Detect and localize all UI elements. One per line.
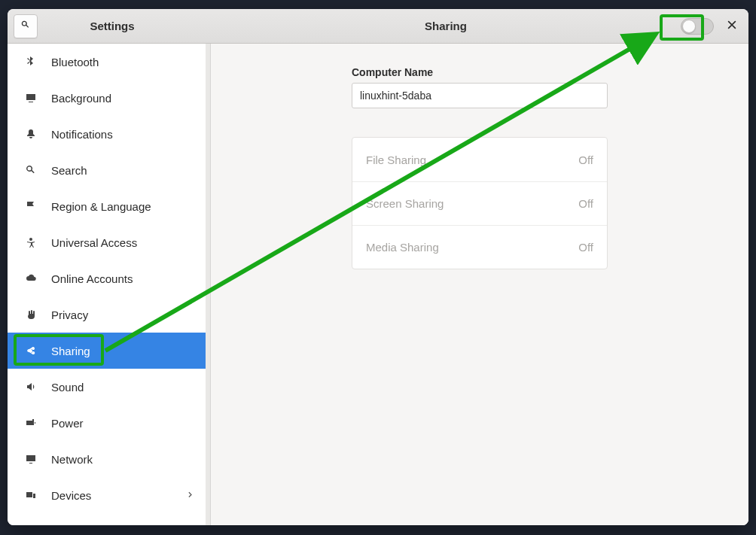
- settings-window: Settings Sharing BluetoothBackgroundNoti…: [8, 9, 748, 525]
- accessibility-icon: [24, 236, 38, 248]
- close-button[interactable]: [720, 14, 744, 38]
- sharing-option-label: File Sharing: [366, 154, 426, 166]
- sidebar-item-label: Sound: [51, 381, 197, 394]
- sidebar-item-background[interactable]: Background: [8, 80, 210, 116]
- desktop-icon: [24, 92, 38, 104]
- sidebar-item-label: Online Accounts: [51, 272, 197, 285]
- sidebar-item-power[interactable]: Power: [8, 405, 210, 441]
- sidebar-item-online-accounts[interactable]: Online Accounts: [8, 260, 210, 296]
- sidebar-item-sound[interactable]: Sound: [8, 369, 210, 405]
- sidebar-item-label: Universal Access: [51, 236, 197, 249]
- bluetooth-icon: [24, 56, 38, 68]
- sharing-option-status: Off: [578, 241, 593, 254]
- sidebar-item-label: Bluetooth: [51, 56, 197, 68]
- speaker-icon: [24, 381, 38, 393]
- sharing-option-label: Media Sharing: [366, 241, 439, 254]
- share-icon: [24, 345, 38, 357]
- sidebar-item-sharing[interactable]: Sharing: [8, 333, 210, 369]
- sidebar-item-region-language[interactable]: Region & Language: [8, 188, 210, 224]
- header-right-title: Sharing: [211, 20, 681, 32]
- computer-name-input[interactable]: [352, 83, 608, 108]
- sharing-master-switch[interactable]: [681, 18, 714, 35]
- headerbar: Settings Sharing: [8, 9, 748, 44]
- sharing-option-status: Off: [578, 197, 593, 210]
- content-panel: Computer Name File SharingOffScreen Shar…: [211, 44, 748, 525]
- sidebar-item-label: Power: [51, 417, 197, 430]
- chevron-right-icon: [186, 491, 197, 499]
- sidebar-item-universal-access[interactable]: Universal Access: [8, 224, 210, 260]
- sidebar-item-label: Network: [51, 453, 197, 466]
- sidebar-item-details[interactable]: Details: [8, 513, 210, 525]
- sidebar-item-privacy[interactable]: Privacy: [8, 296, 210, 333]
- window-body: BluetoothBackgroundNotificationsSearchRe…: [8, 44, 748, 525]
- sidebar-list[interactable]: BluetoothBackgroundNotificationsSearchRe…: [8, 44, 210, 525]
- devices-icon: [24, 489, 38, 501]
- header-left-title: Settings: [38, 20, 211, 32]
- sidebar: BluetoothBackgroundNotificationsSearchRe…: [8, 44, 211, 525]
- sidebar-item-label: Details: [51, 525, 172, 526]
- cloud-icon: [24, 272, 38, 284]
- screen-icon: [24, 453, 38, 465]
- sidebar-item-label: Search: [51, 164, 197, 177]
- sharing-option-media-sharing[interactable]: Media SharingOff: [352, 225, 607, 269]
- sharing-option-screen-sharing[interactable]: Screen SharingOff: [352, 181, 607, 225]
- sidebar-item-label: Devices: [51, 489, 172, 502]
- switch-knob: [682, 20, 696, 33]
- sidebar-item-bluetooth[interactable]: Bluetooth: [8, 44, 210, 80]
- sidebar-item-label: Sharing: [51, 345, 197, 357]
- computer-name-label: Computer Name: [352, 66, 608, 78]
- sidebar-item-search[interactable]: Search: [8, 152, 210, 188]
- sharing-option-status: Off: [578, 154, 593, 166]
- sidebar-item-label: Background: [51, 92, 197, 105]
- sidebar-item-label: Notifications: [51, 128, 197, 141]
- flag-icon: [24, 200, 38, 212]
- headerbar-left: Settings: [8, 9, 211, 43]
- sharing-options-list: File SharingOffScreen SharingOffMedia Sh…: [352, 137, 608, 269]
- headerbar-right: Sharing: [211, 9, 748, 43]
- bell-icon: [24, 128, 38, 140]
- close-icon: [727, 20, 737, 33]
- sidebar-item-label: Privacy: [51, 309, 197, 321]
- sharing-option-label: Screen Sharing: [366, 197, 444, 210]
- search-icon: [20, 20, 31, 33]
- sidebar-item-network[interactable]: Network: [8, 441, 210, 477]
- sidebar-item-devices[interactable]: Devices: [8, 477, 210, 513]
- sidebar-item-label: Region & Language: [51, 200, 197, 213]
- sidebar-item-notifications[interactable]: Notifications: [8, 116, 210, 152]
- hand-icon: [24, 309, 38, 321]
- search-button[interactable]: [14, 14, 38, 38]
- search-icon: [24, 164, 38, 176]
- sharing-option-file-sharing[interactable]: File SharingOff: [352, 138, 607, 181]
- sidebar-scrollbar[interactable]: [206, 44, 210, 525]
- battery-icon: [24, 417, 38, 429]
